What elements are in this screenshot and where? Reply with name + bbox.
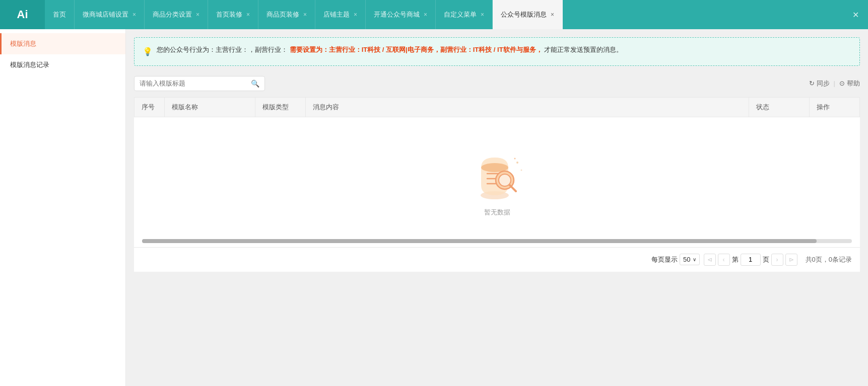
- total-info: 共0页，0条记录: [806, 255, 852, 264]
- nav-tab-home-decor[interactable]: 首页装修×: [208, 0, 258, 29]
- table-header: 序号模版名称模版类型消息内容状态操作: [135, 97, 860, 117]
- help-label: 帮助: [847, 79, 860, 88]
- col-header-seq: 序号: [135, 97, 165, 117]
- scroll-area[interactable]: [134, 237, 860, 247]
- logo-text: Ai: [17, 8, 28, 21]
- nav-tabs: 首页微商城店铺设置×商品分类设置×首页装修×商品页装修×店铺主题×开通公众号商城…: [45, 0, 843, 29]
- search-input[interactable]: [140, 80, 248, 87]
- data-table: 序号模版名称模版类型消息内容状态操作: [134, 97, 860, 117]
- col-header-content: 消息内容: [306, 97, 749, 117]
- help-icon: ⊙: [839, 80, 845, 87]
- nav-tab-close-category[interactable]: ×: [196, 11, 199, 18]
- last-page-button[interactable]: ⊳: [785, 254, 797, 266]
- svg-point-9: [516, 162, 518, 164]
- sync-button[interactable]: ↻ 同步: [809, 79, 830, 88]
- nav-tab-product-decor[interactable]: 商品页装修×: [258, 0, 315, 29]
- scroll-track[interactable]: [142, 239, 852, 243]
- svg-line-8: [510, 185, 516, 191]
- col-header-status: 状态: [749, 97, 810, 117]
- sidebar-item-template-msg-record[interactable]: 模版消息记录: [0, 54, 125, 75]
- sync-icon: ↻: [809, 80, 815, 87]
- page-label-post: 页: [763, 255, 769, 264]
- nav-tab-label: 微商城店铺设置: [83, 10, 128, 19]
- top-nav: Ai 首页微商城店铺设置×商品分类设置×首页装修×商品页装修×店铺主题×开通公众…: [0, 0, 868, 29]
- content-area: 💡 您的公众号行业为：主营行业：，副营行业： 需要设置为：主营行业：IT科技 /…: [126, 29, 868, 386]
- first-page-button[interactable]: ⊲: [704, 254, 716, 266]
- page-label-pre: 第: [732, 255, 739, 264]
- scroll-thumb: [142, 239, 817, 243]
- toolbar-right: ↻ 同步 | ⊙ 帮助: [809, 79, 860, 88]
- nav-tab-label: 开通公众号商城: [374, 10, 420, 19]
- col-header-action: 操作: [810, 97, 860, 117]
- nav-tab-close-open-mall[interactable]: ×: [424, 11, 427, 18]
- nav-tab-close-custom-menu[interactable]: ×: [481, 11, 484, 18]
- sidebar-item-template-msg[interactable]: 模版消息: [0, 33, 125, 54]
- nav-tab-label: 首页装修: [216, 10, 242, 19]
- main-container: 模版消息模版消息记录 💡 您的公众号行业为：主营行业：，副营行业： 需要设置为：…: [0, 29, 868, 386]
- chevron-down-icon: ∨: [693, 257, 696, 262]
- nav-tab-category[interactable]: 商品分类设置×: [145, 0, 208, 29]
- table-header-row: 序号模版名称模版类型消息内容状态操作: [135, 97, 860, 117]
- search-input-wrap[interactable]: 🔍: [134, 76, 265, 91]
- empty-state: 暂无数据: [134, 117, 860, 237]
- sidebar: 模版消息模版消息记录: [0, 29, 126, 386]
- notice-suffix: 才能正常发送预置的消息。: [544, 46, 623, 53]
- nav-tab-label: 商品分类设置: [153, 10, 192, 19]
- notice-icon: 💡: [143, 45, 153, 58]
- logo: Ai: [0, 0, 45, 29]
- nav-tab-label: 商品页装修: [266, 10, 299, 19]
- search-button[interactable]: 🔍: [251, 80, 259, 88]
- search-bar: 🔍 ↻ 同步 | ⊙ 帮助: [134, 76, 860, 91]
- page-input[interactable]: [741, 254, 761, 266]
- svg-point-11: [514, 158, 515, 159]
- nav-tab-close-theme[interactable]: ×: [354, 11, 357, 18]
- notice-highlight: 需要设置为：主营行业：IT科技 / 互联网|电子商务，副营行业：IT科技 / I…: [290, 46, 543, 53]
- page-nav: ⊲ ‹ 第 页 › ⊳: [704, 254, 797, 266]
- sync-label: 同步: [817, 79, 830, 88]
- empty-illustration: [467, 147, 527, 208]
- notice-box: 💡 您的公众号行业为：主营行业：，副营行业： 需要设置为：主营行业：IT科技 /…: [134, 37, 860, 66]
- notice-text: 您的公众号行业为：主营行业：，副营行业： 需要设置为：主营行业：IT科技 / 互…: [157, 45, 623, 55]
- help-button[interactable]: ⊙ 帮助: [839, 79, 860, 88]
- col-header-name: 模版名称: [165, 97, 255, 117]
- nav-tab-label: 自定义菜单: [444, 10, 477, 19]
- nav-tab-label: 店铺主题: [323, 10, 350, 19]
- nav-tab-label: 首页: [53, 10, 66, 19]
- nav-tab-home[interactable]: 首页: [45, 0, 75, 29]
- page-size-select: 每页显示 50 ∨: [651, 254, 699, 265]
- nav-tab-theme[interactable]: 店铺主题×: [315, 0, 366, 29]
- pagination-bar: 每页显示 50 ∨ ⊲ ‹ 第 页 › ⊳ 共0页，0条记录: [134, 247, 860, 272]
- svg-point-10: [520, 169, 522, 171]
- table-scroll-area: 序号模版名称模版类型消息内容状态操作: [134, 97, 860, 237]
- nav-tab-close-home-decor[interactable]: ×: [246, 11, 250, 18]
- toolbar-divider: |: [834, 80, 835, 87]
- nav-tab-custom-menu[interactable]: 自定义菜单×: [436, 0, 493, 29]
- nav-tab-open-mall[interactable]: 开通公众号商城×: [366, 0, 436, 29]
- empty-text: 暂无数据: [484, 208, 510, 217]
- page-size-label: 每页显示: [651, 255, 678, 264]
- nav-tab-close-template-msg[interactable]: ×: [551, 11, 554, 18]
- col-header-type: 模版类型: [255, 97, 306, 117]
- nav-tab-shop-setting[interactable]: 微商城店铺设置×: [75, 0, 145, 29]
- notice-prefix: 您的公众号行业为：主营行业：，副营行业：: [157, 46, 288, 53]
- nav-tab-close-product-decor[interactable]: ×: [303, 11, 307, 18]
- nav-tab-close-shop-setting[interactable]: ×: [132, 11, 136, 18]
- close-all-button[interactable]: ✕: [843, 0, 868, 29]
- page-size-dropdown[interactable]: 50 ∨: [680, 254, 699, 265]
- nav-tab-label: 公众号模版消息: [501, 10, 547, 19]
- page-size-value: 50: [683, 256, 690, 263]
- next-page-button[interactable]: ›: [771, 254, 783, 266]
- prev-page-button[interactable]: ‹: [718, 254, 730, 266]
- nav-tab-template-msg[interactable]: 公众号模版消息×: [493, 0, 563, 29]
